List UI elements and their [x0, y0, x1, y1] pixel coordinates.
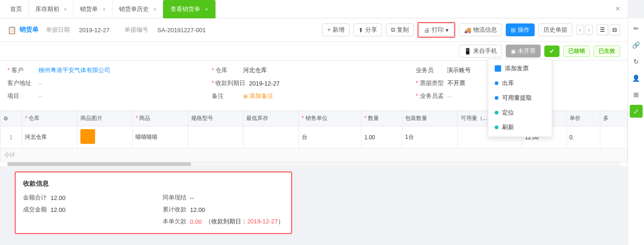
address-value: -- [39, 80, 43, 87]
payment-section: 收款信息 金额合计 12.00 同单现结 -- 成交金额 12.00 累计收款 … [15, 171, 292, 234]
tab-inventory[interactable]: 库存期初 × [29, 0, 73, 18]
from-phone-button[interactable]: 📱 来自手机 [459, 45, 502, 57]
sold-status-badge: 已核销 [563, 46, 590, 57]
right-sidebar: ✏ 🔗 ↻ 👤 ⊞ ⤢ [627, 18, 644, 245]
print-dropdown-arrow: ▾ [446, 27, 449, 34]
prev-button[interactable]: ‹ [576, 25, 584, 35]
logistics-button[interactable]: 🚚 物流信息 [459, 23, 502, 36]
truck-icon: 🚚 [464, 27, 471, 34]
customer-value[interactable]: 柳州粤港平安气体有限公司 [39, 66, 110, 74]
operate-dropdown: 添加发票 出库 可用量提取 定位 刷新 [488, 59, 552, 137]
next-button[interactable]: › [585, 25, 593, 35]
project-field: 项目 -- [7, 92, 212, 100]
tab-view-sales-close[interactable]: × [205, 6, 208, 12]
print-button-container: 🖨 打印 ▾ [418, 22, 455, 38]
doc-header: 📋 销货单 单据日期 2019-12-27 单据编号 SA-20191227-0… [0, 18, 627, 42]
payment-title: 收款信息 [23, 180, 284, 188]
refresh-dot [495, 125, 498, 129]
phone-icon: 📱 [464, 48, 471, 55]
grid-icon: ⊞ [511, 27, 516, 34]
col-min-stock: 最低库存 [243, 111, 299, 126]
payment-cumulative-row: 累计收款 12.00 [163, 205, 284, 214]
history-button[interactable]: 历史单据 [538, 23, 572, 36]
share-button[interactable]: ⬆ 分享 [353, 23, 382, 36]
warehouse-label: 仓库 [212, 66, 239, 74]
doc-title: 📋 销货单 [7, 26, 39, 34]
tab-sales-history[interactable]: 销货单历史 × [113, 0, 163, 18]
col-pack-qty: 包装数量 [402, 111, 458, 126]
ticket-type-value: 不开票 [447, 79, 465, 87]
total-label: 金额合计 [23, 194, 47, 202]
row-image [77, 126, 132, 148]
plus-icon: ⊕ [243, 93, 248, 100]
note-field: 备注 ⊕ 添加备注 [212, 92, 416, 100]
customer-label: 客户 [7, 66, 35, 74]
warehouse-field: 仓库 河北仓库 [212, 66, 416, 74]
dropdown-outbound[interactable]: 出库 [488, 76, 552, 91]
sidebar-edit-button[interactable]: ✏ [630, 22, 643, 35]
operate-button[interactable]: ⊞ 操作 [506, 23, 535, 36]
tab-inventory-close[interactable]: × [64, 6, 67, 12]
print-button[interactable]: 🖨 打印 ▾ [419, 23, 454, 36]
tab-bar-close-button[interactable]: × [611, 4, 624, 14]
doc-date-label: 单据日期 [46, 26, 70, 34]
add-note-button[interactable]: ⊕ 添加备注 [243, 92, 273, 100]
dropdown-locate[interactable]: 定位 [488, 105, 552, 120]
settlement-label: 同单现结 [163, 194, 186, 202]
project-label: 项目 [7, 92, 35, 100]
horizontal-scrollbar[interactable] [7, 162, 620, 166]
row-no: 1 [0, 126, 22, 148]
product-image [80, 129, 95, 144]
copy-button[interactable]: ⧉ 复制 [386, 23, 414, 36]
settlement-value: -- [190, 194, 194, 201]
col-qty: 数量 [362, 111, 402, 126]
list-view-button[interactable]: ☰ [597, 24, 608, 35]
not-open-button[interactable]: ◉ 未开票 [506, 45, 541, 57]
sidebar-table-button[interactable]: ⊞ [630, 88, 643, 101]
balance-label: 本单欠款 [163, 217, 186, 226]
sidebar-expand-button[interactable]: ⤢ [630, 105, 643, 118]
dropdown-available-qty[interactable]: 可用量提取 [488, 91, 552, 105]
toolbar-row: 📱 来自手机 ◉ 未开票 ✔ 已核销 已生效 [0, 42, 627, 61]
doc-number-value: SA-20191227-001 [158, 27, 206, 34]
payment-settlement-row: 同单现结 -- [163, 194, 284, 202]
ticket-type-label: 票据类型 [416, 79, 444, 87]
scroll-thumb[interactable] [7, 162, 191, 166]
payment-total-row: 金额合计 12.00 [23, 194, 144, 202]
sidebar-rotate-button[interactable]: ↻ [630, 55, 643, 68]
employee2-label: 业务员孟 [416, 92, 444, 100]
tab-sales-close[interactable]: × [102, 6, 105, 12]
view-icons: ☰ ⊟ [597, 24, 620, 35]
new-button[interactable]: + 新增 [322, 23, 349, 36]
tab-sales-history-close[interactable]: × [153, 6, 156, 12]
col-unit-price: 单价 [566, 111, 600, 126]
col-image: 商品图片 [77, 111, 132, 126]
row-more [600, 126, 627, 148]
balance-value: 0.00 [190, 218, 202, 225]
grid-view-button[interactable]: ⊟ [609, 24, 620, 35]
invoice-icon [495, 65, 501, 72]
payment-grid: 金额合计 12.00 同单现结 -- 成交金额 12.00 累计收款 12.00 [23, 194, 284, 226]
tab-view-sales[interactable]: 查看销货单 × [163, 0, 215, 18]
row-min-stock [243, 126, 299, 148]
row-warehouse: 河北仓库 [22, 126, 77, 148]
available-qty-dot [495, 96, 498, 100]
complete-button[interactable]: ✔ [544, 46, 559, 57]
copy-icon: ⧉ [391, 26, 395, 34]
dropdown-add-invoice[interactable]: 添加发票 [488, 61, 552, 76]
payment-wrapper: 收款信息 金额合计 12.00 同单现结 -- 成交金额 12.00 累计收款 … [0, 166, 627, 245]
transaction-label: 成交金额 [23, 205, 47, 214]
cumulative-value: 12.00 [190, 206, 205, 213]
tab-home[interactable]: 首页 [4, 0, 29, 18]
payment-date-label: 收款到期日 [212, 79, 246, 87]
tab-sales[interactable]: 销货单 × [73, 0, 112, 18]
sidebar-link-button[interactable]: 🔗 [630, 39, 643, 51]
employee-label: 业务员 [416, 66, 443, 74]
col-settings[interactable]: ⚙ [0, 111, 22, 126]
warehouse-value: 河北仓库 [243, 66, 267, 74]
dropdown-refresh[interactable]: 刷新 [488, 120, 552, 135]
doc-meta: 单据日期 2019-12-27 单据编号 SA-20191227-001 [46, 26, 315, 34]
sidebar-user-button[interactable]: 👤 [630, 72, 643, 85]
doc-number-label: 单据编号 [124, 26, 148, 34]
print-icon: 🖨 [424, 27, 430, 34]
